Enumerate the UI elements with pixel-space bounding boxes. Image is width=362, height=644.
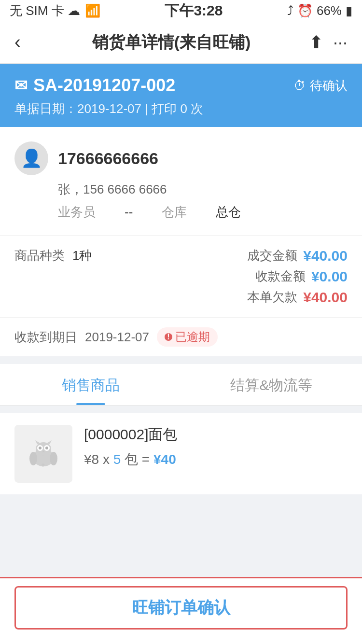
- customer-card: 👤 17666666666 张，156 6666 6666 业务员 -- 仓库 …: [0, 127, 362, 356]
- order-header-card: ✉ SA-20191207-002 ⏱ 待确认 单据日期：2019-12-07 …: [0, 64, 362, 127]
- price-qty: 5: [113, 452, 121, 467]
- battery-icon: ▮: [346, 3, 352, 18]
- more-icon[interactable]: ···: [333, 32, 348, 53]
- customer-fields: 业务员 -- 仓库 总仓: [14, 204, 348, 221]
- product-info: [0000002]面包 ¥8 x 5 包 = ¥40: [84, 425, 348, 469]
- customer-avatar: 👤: [14, 141, 48, 175]
- alarm-icon: ⏰: [297, 3, 313, 18]
- location-icon: ⤴: [287, 3, 293, 18]
- amount-row: 成交金额 ¥40.00: [247, 247, 348, 264]
- confirm-label: 旺铺订单确认: [132, 597, 230, 619]
- price-base: ¥8: [84, 452, 99, 467]
- bottom-bar: 旺铺订单确认: [0, 577, 362, 644]
- product-thumb-inner: +: [27, 439, 60, 468]
- overdue-label: 已逾期: [175, 329, 210, 345]
- warehouse-value: 总仓: [216, 204, 241, 221]
- status-time: 下午3:28: [165, 1, 223, 21]
- order-icon: ✉: [14, 76, 28, 95]
- status-bar: 无 SIM 卡 ☁ 📶 下午3:28 ⤴ ⏰ 66% ▮: [0, 0, 362, 21]
- due-date-label: 收款到期日: [14, 329, 77, 346]
- warehouse-label: 仓库: [162, 204, 187, 221]
- price-unit: 包: [125, 452, 138, 467]
- status-right: ⤴ ⏰ 66% ▮: [287, 3, 352, 18]
- product-name: [0000002]面包: [84, 425, 348, 445]
- order-meta: 单据日期：2019-12-07 | 打印 0 次: [14, 100, 348, 117]
- customer-name: 张，156 6666 6666: [14, 181, 348, 198]
- product-thumb-svg: +: [27, 439, 60, 468]
- customer-top: 👤 17666666666: [14, 141, 348, 175]
- sim-status: 无 SIM 卡 ☁: [10, 2, 80, 19]
- sales-label: 业务员: [58, 204, 96, 221]
- tab-products[interactable]: 销售商品: [0, 364, 181, 405]
- price-equals: =: [142, 452, 153, 467]
- order-id-text: SA-20191207-002: [33, 75, 175, 96]
- avatar-icon: 👤: [21, 148, 42, 168]
- product-thumbnail: +: [14, 425, 72, 483]
- back-button[interactable]: ‹: [14, 32, 43, 53]
- owed-value: ¥40.00: [303, 289, 348, 306]
- tab-settlement-label: 结算&物流等: [230, 377, 312, 393]
- svg-point-10: [50, 452, 57, 465]
- product-type-row: 商品种类 1种: [14, 247, 247, 264]
- page-title: 销货单详情(来自旺铺): [43, 31, 299, 54]
- svg-text:+: +: [41, 461, 45, 468]
- confirm-button[interactable]: 旺铺订单确认: [14, 586, 348, 630]
- tab-products-label: 销售商品: [62, 377, 120, 393]
- received-row: 收款金额 ¥0.00: [255, 268, 348, 285]
- price-total: ¥40: [153, 452, 176, 467]
- price-separator: x: [103, 452, 113, 467]
- svg-point-4: [39, 447, 42, 449]
- svg-point-9: [29, 452, 37, 465]
- sales-value: --: [125, 205, 133, 220]
- product-type-value: 1种: [72, 247, 92, 264]
- received-value: ¥0.00: [311, 268, 348, 285]
- order-header-top: ✉ SA-20191207-002 ⏱ 待确认: [14, 75, 348, 96]
- nav-actions: ⬆ ···: [299, 32, 348, 53]
- product-item: + [0000002]面包 ¥8 x 5 包 = ¥40: [0, 413, 362, 494]
- status-label: 待确认: [310, 77, 348, 94]
- svg-point-5: [45, 447, 48, 449]
- order-status: ⏱ 待确认: [293, 77, 348, 94]
- product-type-label: 商品种类: [14, 247, 72, 264]
- customer-section: 👤 17666666666 张，156 6666 6666 业务员 -- 仓库 …: [0, 127, 362, 236]
- stats-section: 商品种类 1种 成交金额 ¥40.00 收款金额 ¥0.00 本单欠款 ¥40.…: [0, 236, 362, 317]
- battery-label: 66%: [317, 3, 342, 18]
- received-label: 收款金额: [255, 268, 306, 285]
- order-id: ✉ SA-20191207-002: [14, 75, 175, 96]
- share-icon[interactable]: ⬆: [309, 32, 323, 53]
- product-price: ¥8 x 5 包 = ¥40: [84, 450, 348, 469]
- stats-left: 商品种类 1种: [14, 247, 247, 264]
- customer-phone: 17666666666: [58, 149, 158, 168]
- wifi-icon: 📶: [85, 3, 100, 18]
- due-date-value: 2019-12-07: [85, 330, 149, 345]
- owed-row: 本单欠款 ¥40.00: [247, 289, 348, 306]
- tab-settlement[interactable]: 结算&物流等: [181, 364, 362, 405]
- status-left: 无 SIM 卡 ☁ 📶: [10, 2, 100, 19]
- amount-value: ¥40.00: [303, 248, 348, 264]
- owed-label: 本单欠款: [247, 289, 297, 306]
- amount-label: 成交金额: [247, 247, 297, 264]
- status-clock-icon: ⏱: [293, 78, 306, 93]
- overdue-icon: !: [165, 333, 172, 341]
- stats-right: 成交金额 ¥40.00 收款金额 ¥0.00 本单欠款 ¥40.00: [247, 247, 348, 306]
- tabs-bar: 销售商品 结算&物流等: [0, 364, 362, 406]
- nav-bar: ‹ 销货单详情(来自旺铺) ⬆ ···: [0, 21, 362, 64]
- overdue-badge: ! 已逾期: [157, 327, 218, 347]
- due-section: 收款到期日 2019-12-07 ! 已逾期: [0, 317, 362, 356]
